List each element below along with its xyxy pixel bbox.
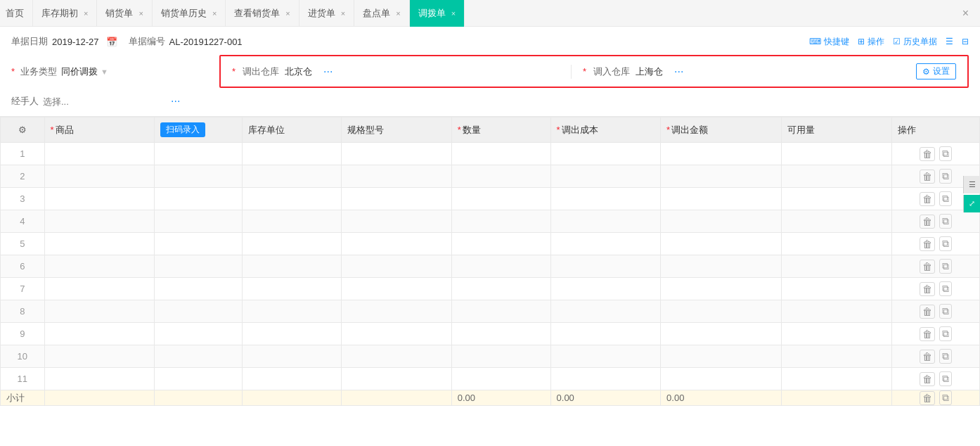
row-amount-10[interactable] [661,345,782,368]
row-qty-5[interactable] [451,233,550,255]
row-delete-icon-10[interactable]: 🗑 [920,350,935,364]
tab-close-inventory-init[interactable]: × [84,9,88,18]
row-cost-6[interactable] [550,255,661,278]
row-delete-icon-7[interactable]: 🗑 [920,282,935,296]
row-product-8[interactable] [44,300,155,323]
tab-sales-order[interactable]: 销货单 × [97,0,152,27]
row-copy-icon-1[interactable]: ⧉ [939,146,952,161]
row-amount-8[interactable] [661,300,782,323]
row-qty-8[interactable] [451,300,550,323]
row-cost-8[interactable] [550,300,661,323]
row-qty-4[interactable] [451,210,550,233]
row-copy-icon-4[interactable]: ⧉ [939,214,952,229]
business-type-select[interactable]: 同价调拨 ▼ [61,65,146,78]
tab-close-view-sales-order[interactable]: × [285,9,290,18]
row-cost-2[interactable] [550,165,661,188]
row-qty-3[interactable] [451,188,550,210]
row-amount-1[interactable] [661,143,782,165]
row-product-2[interactable] [44,165,155,188]
row-product-10[interactable] [44,345,155,368]
tab-close-sales-history[interactable]: × [212,9,217,18]
row-product-1[interactable] [44,143,155,165]
tab-close-transfer-order[interactable]: × [451,9,456,18]
subtotal-delete-icon[interactable]: 🗑 [920,391,935,405]
row-delete-icon-5[interactable]: 🗑 [920,237,935,251]
row-product-3[interactable] [44,188,155,210]
row-amount-7[interactable] [661,278,782,300]
row-product-11[interactable] [44,368,155,390]
row-product-6[interactable] [44,255,155,278]
row-product-9[interactable] [44,323,155,345]
row-cost-4[interactable] [550,210,661,233]
tab-transfer-order[interactable]: 调拨单 × [410,0,465,27]
row-copy-icon-9[interactable]: ⧉ [939,326,952,341]
row-copy-icon-2[interactable]: ⧉ [939,169,952,184]
agent-input[interactable] [43,96,161,107]
row-copy-icon-10[interactable]: ⧉ [939,349,952,364]
table-gear-icon[interactable]: ⚙ [18,125,27,135]
tab-inventory-init[interactable]: 库存期初 × [33,0,97,27]
agent-more-btn[interactable]: ··· [171,95,180,108]
tab-sales-history[interactable]: 销货单历史 × [153,0,226,27]
in-warehouse-more-btn[interactable]: ··· [674,65,683,78]
calendar-icon[interactable]: 📅 [106,37,117,47]
row-copy-icon-11[interactable]: ⧉ [939,371,952,386]
row-delete-icon-8[interactable]: 🗑 [920,305,935,319]
row-cost-3[interactable] [550,188,661,210]
row-amount-2[interactable] [661,165,782,188]
row-delete-icon-6[interactable]: 🗑 [920,260,935,274]
layout-btn-2[interactable]: ⊟ [962,37,969,46]
row-product-7[interactable] [44,278,155,300]
row-qty-10[interactable] [451,345,550,368]
row-qty-1[interactable] [451,143,550,165]
shortcut-btn[interactable]: ⌨ 快捷键 [809,36,849,48]
layout-btn-1[interactable]: ☰ [946,37,953,46]
row-delete-icon-11[interactable]: 🗑 [920,372,935,386]
row-amount-4[interactable] [661,210,782,233]
row-qty-9[interactable] [451,323,550,345]
row-product-4[interactable] [44,210,155,233]
tab-home[interactable]: 首页 [6,0,33,27]
tab-close-inventory-count[interactable]: × [396,9,400,18]
float-list-btn[interactable]: ☰ [963,176,980,193]
row-copy-icon-3[interactable]: ⧉ [939,191,952,206]
row-cost-5[interactable] [550,233,661,255]
row-qty-11[interactable] [451,368,550,390]
tab-view-sales-order[interactable]: 查看销货单 × [226,0,299,27]
tab-bar-close-btn[interactable]: × [957,7,974,20]
tab-close-purchase-order[interactable]: × [341,9,345,18]
row-copy-icon-6[interactable]: ⧉ [939,259,952,274]
tab-purchase-order[interactable]: 进货单 × [299,0,354,27]
row-cost-1[interactable] [550,143,661,165]
row-amount-6[interactable] [661,255,782,278]
row-amount-3[interactable] [661,188,782,210]
row-qty-7[interactable] [451,278,550,300]
history-btn[interactable]: ☑ 历史单据 [893,36,937,48]
row-qty-2[interactable] [451,165,550,188]
row-delete-icon-1[interactable]: 🗑 [920,147,935,161]
row-delete-icon-3[interactable]: 🗑 [920,192,935,206]
row-cost-10[interactable] [550,345,661,368]
row-cost-11[interactable] [550,368,661,390]
row-amount-5[interactable] [661,233,782,255]
subtotal-copy-icon[interactable]: ⧉ [939,390,952,405]
out-warehouse-more-btn[interactable]: ··· [323,65,333,78]
row-delete-icon-2[interactable]: 🗑 [920,170,935,184]
tab-inventory-count[interactable]: 盘点单 × [354,0,409,27]
settings-btn[interactable]: ⚙ 设置 [916,63,956,79]
float-expand-btn[interactable]: ⤢ [963,195,980,212]
row-copy-icon-5[interactable]: ⧉ [939,236,952,251]
row-amount-9[interactable] [661,323,782,345]
row-copy-icon-7[interactable]: ⧉ [939,281,952,296]
row-cost-9[interactable] [550,323,661,345]
row-delete-icon-9[interactable]: 🗑 [920,327,935,341]
row-amount-11[interactable] [661,368,782,390]
row-product-5[interactable] [44,233,155,255]
scan-btn[interactable]: 扫码录入 [160,122,205,137]
row-copy-icon-8[interactable]: ⧉ [939,304,952,319]
row-qty-6[interactable] [451,255,550,278]
tab-close-sales-order[interactable]: × [138,9,143,18]
operations-btn[interactable]: ⊞ 操作 [858,36,884,48]
row-delete-icon-4[interactable]: 🗑 [920,215,935,229]
row-cost-7[interactable] [550,278,661,300]
